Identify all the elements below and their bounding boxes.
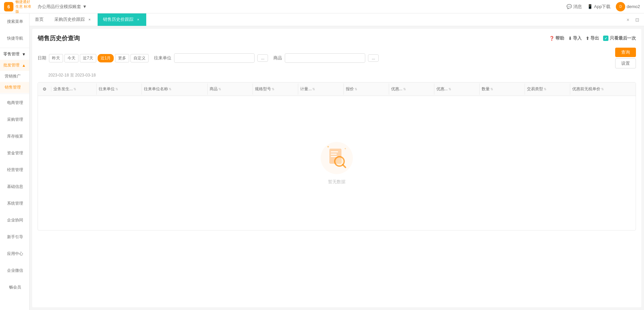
column-settings-button[interactable]: ⚙ xyxy=(38,87,51,92)
date-more-btn[interactable]: 更多 xyxy=(115,54,129,62)
tab-close-button[interactable]: × xyxy=(624,16,632,24)
tab-sales-history[interactable]: 销售历史价跟踪 × xyxy=(98,13,146,26)
empty-text: 暂无数据 xyxy=(328,179,345,185)
th-biz-date[interactable]: 业务发生... ⇅ xyxy=(51,84,97,95)
only-last-checkbox[interactable]: ✓ 只看最后一次 xyxy=(603,35,636,41)
sidebar-quick-nav-label: 快捷导航 xyxy=(7,36,23,41)
app-selector-label: 办公用品行业模拟账套 xyxy=(38,4,81,10)
sidebar-retail-label: 零售管理 xyxy=(3,51,19,57)
th-trade-type[interactable]: 交易类型 ⇅ xyxy=(525,84,570,95)
th-product[interactable]: 商品 ⇅ xyxy=(208,84,253,95)
sidebar-search-menu-label: 搜索菜单 xyxy=(7,19,23,24)
app-selector[interactable]: 办公用品行业模拟账套 ▼ xyxy=(35,2,90,11)
sort-biz-date-icon: ⇅ xyxy=(73,87,76,91)
sidebar-operations-label: 经营管理 xyxy=(7,167,23,173)
sort-discount2-icon: ⇅ xyxy=(448,87,451,91)
export-label: 导出 xyxy=(590,35,599,41)
help-link[interactable]: ❓ 帮助 xyxy=(549,35,564,41)
import-link[interactable]: ⬇ 导入 xyxy=(568,35,582,41)
th-pre-tax[interactable]: 优惠前无税单价 ⇅ xyxy=(570,84,636,95)
sidebar-item-search-menu[interactable]: 搜索菜单 xyxy=(0,13,29,30)
tab-purchase-history-label: 采购历史价跟踪 xyxy=(54,16,85,22)
date-today-btn[interactable]: 今天 xyxy=(64,54,78,62)
sidebar: 搜索菜单 快捷导航 零售管理 ▼ 批发管理 ▲ 营销推广 销售管理 电商管理 采… xyxy=(0,13,30,310)
sidebar-item-quick-nav[interactable]: 快捷导航 xyxy=(0,30,29,47)
th-discount2[interactable]: 优惠... ⇅ xyxy=(434,84,480,95)
product-ellipsis-btn[interactable]: ... xyxy=(368,54,379,62)
date-custom-btn[interactable]: 自定义 xyxy=(130,54,149,62)
date-last1m-btn[interactable]: 近1月 xyxy=(98,54,114,62)
sidebar-item-member[interactable]: 畅会员 xyxy=(0,279,29,296)
sidebar-item-finance[interactable]: 资金管理 xyxy=(0,145,29,162)
sidebar-app-center-label: 应用中心 xyxy=(7,251,23,257)
th-discount1[interactable]: 优惠... ⇅ xyxy=(389,84,434,95)
sort-quote-icon: ⇅ xyxy=(355,87,357,91)
sidebar-item-inventory[interactable]: 库存核算 xyxy=(0,128,29,145)
partner-input[interactable] xyxy=(174,53,255,63)
tab-purchase-history-close[interactable]: × xyxy=(87,17,92,22)
message-button[interactable]: 💬 消息 xyxy=(567,4,582,10)
sidebar-item-sales[interactable]: 销售管理 xyxy=(0,82,29,93)
top-bar-left: 6 畅捷通好生意 标准版 办公用品行业模拟账套 ▼ xyxy=(4,0,90,14)
partner-ellipsis-btn[interactable]: ... xyxy=(257,54,268,62)
app-download-label: App下载 xyxy=(594,4,610,10)
logo-text: 畅捷通好生意 标准版 xyxy=(15,0,32,14)
sidebar-item-marketing[interactable]: 营销推广 xyxy=(0,71,29,82)
sidebar-finance-label: 资金管理 xyxy=(7,151,23,156)
sidebar-item-app-center[interactable]: 应用中心 xyxy=(0,246,29,262)
th-product-label: 商品 xyxy=(210,86,218,92)
gear-icon: ⚙ xyxy=(43,87,47,92)
sidebar-item-wholesale[interactable]: 批发管理 ▲ xyxy=(0,60,29,71)
sidebar-item-wechat[interactable]: 企业微信 xyxy=(0,262,29,279)
date-filter-group: 日期 昨天 今天 近7天 近1月 更多 自定义 xyxy=(38,54,149,62)
svg-rect-4 xyxy=(331,156,337,157)
date-last7-btn[interactable]: 近7天 xyxy=(80,54,96,62)
page-content: 销售历史价查询 ❓ 帮助 ⬇ 导入 ⬆ 导出 ✓ xyxy=(32,29,641,307)
help-icon: ❓ xyxy=(549,36,554,41)
tab-purchase-history[interactable]: 采购历史价跟踪 × xyxy=(49,13,98,26)
app-download-button[interactable]: 📱 App下载 xyxy=(587,4,610,10)
date-yesterday-btn[interactable]: 昨天 xyxy=(49,54,63,62)
sidebar-item-enterprise[interactable]: 企业协同 xyxy=(0,212,29,229)
sidebar-item-basic[interactable]: 基础信息 xyxy=(0,178,29,195)
sidebar-enterprise-label: 企业协同 xyxy=(7,218,23,223)
tab-maximize-button[interactable]: ⊡ xyxy=(633,16,641,24)
th-biz-date-label: 业务发生... xyxy=(53,86,73,92)
svg-rect-2 xyxy=(331,151,338,152)
tab-actions: × ⊡ xyxy=(621,13,644,26)
sidebar-item-retail[interactable]: 零售管理 ▼ xyxy=(0,49,29,60)
date-range-text: 2023-02-18 至 2023-03-18 xyxy=(48,72,96,78)
th-quote[interactable]: 报价 ⇅ xyxy=(344,84,389,95)
svg-point-6 xyxy=(336,158,343,165)
svg-text:✦: ✦ xyxy=(327,145,329,149)
export-link[interactable]: ⬆ 导出 xyxy=(586,35,599,41)
tab-home[interactable]: 首页 xyxy=(30,13,49,26)
th-discount1-label: 优惠... xyxy=(391,86,402,92)
product-input[interactable] xyxy=(285,53,365,63)
th-trade-type-label: 交易类型 xyxy=(527,86,543,92)
th-partner-name[interactable]: 往来单位名称 ⇅ xyxy=(142,84,208,95)
action-buttons: 查询 设置 xyxy=(615,48,636,68)
chevron-down-icon: ▼ xyxy=(83,4,87,9)
th-partner-code[interactable]: 往来单位 ⇅ xyxy=(97,84,142,95)
th-unit[interactable]: 计量... ⇅ xyxy=(298,84,343,95)
th-quantity[interactable]: 数量 ⇅ xyxy=(480,84,525,95)
settings-button[interactable]: 设置 xyxy=(615,58,636,68)
product-label: 商品 xyxy=(273,55,282,61)
sidebar-purchase-label: 采购管理 xyxy=(7,117,23,122)
sidebar-item-system[interactable]: 系统管理 xyxy=(0,195,29,212)
query-button[interactable]: 查询 xyxy=(615,48,636,57)
sidebar-item-operations[interactable]: 经营管理 xyxy=(0,162,29,178)
import-label: 导入 xyxy=(573,35,582,41)
sort-discount1-icon: ⇅ xyxy=(403,87,406,91)
sidebar-item-ecommerce[interactable]: 电商管理 xyxy=(0,95,29,111)
sidebar-inventory-label: 库存核算 xyxy=(7,134,23,139)
tab-sales-history-close[interactable]: × xyxy=(136,17,141,22)
logo-area: 6 畅捷通好生意 标准版 xyxy=(4,0,32,14)
sidebar-item-newbie[interactable]: 新手引导 xyxy=(0,229,29,246)
user-menu[interactable]: D demo2 xyxy=(616,2,640,11)
th-spec-label: 规格型号 xyxy=(255,86,271,92)
sidebar-item-purchase[interactable]: 采购管理 xyxy=(0,111,29,128)
th-spec[interactable]: 规格型号 ⇅ xyxy=(253,84,298,95)
help-label: 帮助 xyxy=(555,35,564,41)
